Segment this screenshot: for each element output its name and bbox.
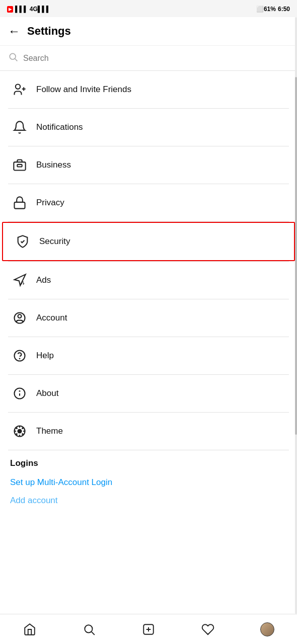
svg-point-2 [16,85,20,89]
menu-label-follow: Follow and Invite Friends [36,85,131,95]
menu-label-security: Security [39,236,70,247]
menu-item-account[interactable]: Account [0,299,297,337]
svg-point-22 [16,427,18,429]
nav-add[interactable] [136,617,161,642]
svg-point-10 [18,314,22,318]
menu-item-follow[interactable]: Follow and Invite Friends [0,71,297,108]
search-icon [8,52,18,64]
logins-title: Logins [10,458,287,468]
profile-avatar [260,622,274,636]
page-title: Settings [27,25,71,38]
status-left: ▶ ▌▌▌ 4G▌▌▌ [7,6,50,13]
menu-label-privacy: Privacy [36,198,64,208]
nav-profile[interactable] [255,617,280,642]
svg-point-0 [10,53,16,59]
menu-label-notifications: Notifications [36,122,83,132]
svg-point-26 [85,625,92,632]
logins-section: Logins Set up Multi-Account Login Add ac… [0,450,297,512]
menu-item-help[interactable]: Help [0,337,297,374]
search-container [0,46,297,71]
menu-label-about: About [36,388,58,398]
follow-icon [10,80,29,99]
menu-label-theme: Theme [36,426,63,436]
svg-rect-6 [17,165,22,167]
nav-home[interactable] [17,617,42,642]
ads-icon [10,271,29,290]
svg-point-24 [22,427,24,429]
nav-heart[interactable] [195,617,220,642]
main-content: Follow and Invite Friends Notifications [0,46,297,547]
menu-label-ads: Ads [36,275,51,285]
svg-line-27 [92,631,95,634]
menu-item-ads[interactable]: Ads [0,262,297,299]
scroll-thumb [295,77,297,435]
bottom-nav [0,614,297,644]
menu-label-help: Help [36,351,54,361]
svg-point-17 [18,430,22,433]
theme-icon [10,422,29,441]
svg-point-11 [15,351,25,361]
battery-icon: ⬜61% [256,6,276,13]
help-icon [10,346,29,365]
account-icon [10,308,29,328]
menu-item-about[interactable]: About [0,375,297,412]
search-input[interactable] [23,54,289,63]
bell-icon [10,118,29,137]
svg-point-23 [22,433,24,435]
info-icon [10,384,29,403]
menu-item-theme[interactable]: Theme [0,413,297,450]
add-account-link[interactable]: Add account [10,492,287,510]
status-right: ⬜61% 6:50 [256,6,290,13]
signal-icons: ▌▌▌ 4G▌▌▌ [15,6,50,13]
menu-item-notifications[interactable]: Notifications [0,109,297,146]
nav-search[interactable] [77,617,102,642]
svg-point-25 [16,433,18,435]
menu-label-account: Account [36,313,67,323]
menu-label-business: Business [36,160,71,170]
svg-line-1 [15,59,18,61]
back-button[interactable]: ← [8,24,20,38]
search-box [8,52,289,64]
menu-list: Follow and Invite Friends Notifications [0,71,297,450]
menu-item-business[interactable]: Business [0,146,297,184]
youtube-icon: ▶ [7,6,13,13]
svg-rect-5 [14,162,25,170]
menu-item-privacy[interactable]: Privacy [0,184,297,221]
status-bar: ▶ ▌▌▌ 4G▌▌▌ ⬜61% 6:50 [0,0,297,17]
svg-rect-7 [15,202,25,209]
scroll-track [295,17,297,614]
header: ← Settings [0,17,297,46]
time-display: 6:50 [278,6,290,13]
menu-item-security[interactable]: Security [2,222,295,261]
business-icon [10,155,29,175]
shield-icon [13,232,32,251]
lock-icon [10,193,29,212]
multi-account-login-link[interactable]: Set up Multi-Account Login [10,473,287,492]
